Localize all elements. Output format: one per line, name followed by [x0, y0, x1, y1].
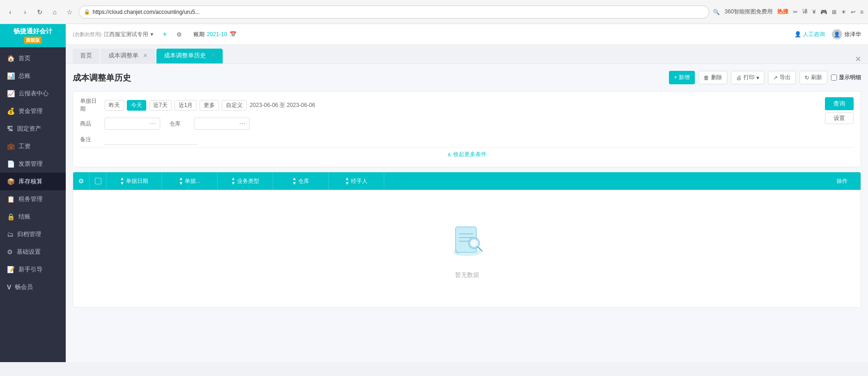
sidebar-item-label: 畅会员	[15, 283, 33, 291]
new-button[interactable]: + 新增	[669, 71, 695, 84]
warehouse-select[interactable]: ···	[194, 118, 250, 130]
page-title-bar: 成本调整单历史 + 新增 🗑 删除 🖨 打印 ▾ ↗ 导出	[73, 71, 861, 84]
display-toggle-label: 显示明细	[839, 74, 861, 81]
avatar-icon: 👤	[832, 29, 842, 39]
tab-cost-adjust-history[interactable]: 成本调整单历史 ✕	[156, 49, 223, 63]
sidebar-item-label: 结账	[19, 213, 31, 221]
header-right: 👤 人工咨询 👤 徐泽华	[794, 29, 861, 39]
add-company-button[interactable]: +	[160, 30, 169, 38]
refresh-label: 刷新	[811, 74, 822, 81]
date-btn-custom[interactable]: 自定义	[222, 100, 247, 111]
sidebar-item-invoice[interactable]: 📄 发票管理	[0, 155, 66, 173]
date-col-label: 单据日期	[126, 177, 148, 185]
sidebar-item-vip[interactable]: V 畅会员	[0, 278, 66, 296]
sidebar-item-salary[interactable]: 💼 工资	[0, 138, 66, 155]
sidebar-item-archive[interactable]: 🗂 归档管理	[0, 226, 66, 243]
vip-icon: V	[7, 283, 11, 291]
browser-chrome: ‹ › ↻ ⌂ ☆ 🔒 https://cloud.chanjet.com/ac…	[0, 0, 868, 24]
svg-point-7	[470, 239, 478, 247]
sidebar-item-inventory[interactable]: 📦 库存核算	[0, 173, 66, 190]
delete-button[interactable]: 🗑 删除	[699, 71, 727, 84]
operator-sort-icon: ▲▼	[345, 176, 350, 186]
sidebar-item-tax[interactable]: 📋 税务管理	[0, 190, 66, 208]
chevron-up-icon: ∧	[447, 151, 451, 158]
query-button[interactable]: 查询	[825, 97, 854, 110]
invoice-icon: 📄	[7, 160, 15, 168]
empty-text-label: 暂无数据	[455, 271, 479, 279]
sidebar-item-home[interactable]: 🏠 首页	[0, 50, 66, 67]
sidebar-item-funds[interactable]: 💰 资金管理	[0, 102, 66, 120]
close-accounts-icon: 🔒	[7, 213, 15, 220]
table-date-header[interactable]: ▲▼ 单据日期	[106, 172, 162, 190]
setup-button[interactable]: 设置	[825, 113, 854, 124]
back-button[interactable]: ‹	[5, 6, 16, 18]
delete-label: 删除	[711, 74, 722, 81]
data-table: ⚙ ▲▼ 单据日期 ▲▼ 单据... ▲▼ 业务类型	[73, 172, 861, 307]
refresh-button[interactable]: ↻	[34, 6, 45, 18]
table-operations-header: 操作	[824, 172, 861, 190]
display-toggle[interactable]: 显示明细	[831, 74, 861, 81]
app-header: (勿删勿禁用) 江西服宝测试专用 ▾ + ⚙ 账期 2021-10 📅 👤 人工…	[66, 24, 868, 45]
date-btn-more[interactable]: 更多	[200, 100, 219, 111]
user-info[interactable]: 👤 徐泽华	[832, 29, 861, 39]
export-label: 导出	[780, 74, 791, 81]
sidebar-item-label: 税务管理	[19, 195, 43, 203]
note-input[interactable]	[105, 134, 197, 145]
page-body: 成本调整单历史 + 新增 🗑 删除 🖨 打印 ▾ ↗ 导出	[66, 64, 868, 362]
table-gear-icon: ⚙	[78, 177, 84, 185]
period-label: 账期	[194, 31, 205, 38]
sidebar-item-label: 库存核算	[19, 177, 43, 186]
refresh-button[interactable]: ↻ 刷新	[799, 71, 827, 84]
print-dropdown-icon: ▾	[756, 75, 759, 81]
sidebar-item-label: 工资	[19, 142, 31, 150]
bookmark-button[interactable]: ☆	[64, 6, 75, 18]
export-button[interactable]: ↗ 导出	[768, 71, 796, 84]
table-settings-cell[interactable]: ⚙	[73, 172, 90, 190]
address-bar[interactable]: 🔒 https://cloud.chanjet.com/accounting/u…	[79, 6, 709, 19]
service-button[interactable]: 👤 人工咨询	[794, 31, 825, 38]
date-sort-icon: ▲▼	[120, 176, 125, 186]
forward-button[interactable]: ›	[19, 6, 31, 18]
scissors-icon: ✂	[793, 9, 798, 15]
tab-cost-adjust[interactable]: 成本调整单 ✕	[101, 49, 155, 63]
date-btn-1month[interactable]: 近1月	[175, 100, 197, 111]
date-btn-7days[interactable]: 近7天	[149, 100, 172, 111]
goods-select[interactable]: ···	[105, 118, 160, 130]
table-biztype-header[interactable]: ▲▼ 业务类型	[218, 172, 273, 190]
assets-icon: 🏗	[7, 125, 13, 132]
undo-icon: ↩	[851, 9, 856, 15]
settings-gear-icon[interactable]: ⚙	[176, 31, 182, 38]
company-selector[interactable]: (勿删勿禁用) 江西服宝测试专用 ▾	[73, 31, 153, 38]
warehouse-sort-icon: ▲▼	[292, 176, 297, 186]
print-button[interactable]: 🖨 打印 ▾	[731, 71, 764, 84]
date-btn-today[interactable]: 今天	[127, 100, 146, 111]
select-all-checkbox[interactable]	[95, 178, 101, 184]
empty-illustration	[444, 218, 490, 264]
tab-home[interactable]: 首页	[73, 49, 100, 63]
ssl-icon: 🔒	[84, 9, 90, 15]
sidebar-item-ledger[interactable]: 📊 总账	[0, 67, 66, 85]
search-label: 360智能抠图免费用	[724, 8, 773, 16]
table-docnum-header[interactable]: ▲▼ 单据...	[162, 172, 218, 190]
display-toggle-checkbox[interactable]	[831, 75, 837, 81]
sidebar-item-assets[interactable]: 🏗 固定资产	[0, 120, 66, 138]
tab-close-all-button[interactable]: ✕	[855, 55, 861, 63]
sidebar-item-reports[interactable]: 📈 云报表中心	[0, 85, 66, 102]
sidebar-item-guide[interactable]: 📝 新手引导	[0, 261, 66, 278]
home-button[interactable]: ⌂	[49, 6, 60, 18]
table-warehouse-header[interactable]: ▲▼ 仓库	[273, 172, 329, 190]
sidebar-item-settings[interactable]: ⚙ 基础设置	[0, 243, 66, 261]
tab-cost-adjust-close[interactable]: ✕	[143, 52, 148, 59]
operations-col-label: 操作	[837, 177, 848, 185]
tab-cost-adjust-history-close[interactable]: ✕	[211, 52, 215, 59]
filter-notes-row: 备注	[80, 134, 818, 145]
date-btn-yesterday[interactable]: 昨天	[105, 100, 124, 111]
goods-dots: ···	[150, 120, 156, 127]
tax-icon: 📋	[7, 195, 15, 203]
ledger-icon: 📊	[7, 72, 15, 80]
table-operator-header[interactable]: ▲▼ 经手人	[329, 172, 384, 190]
sidebar-item-close-accounts[interactable]: 🔒 结账	[0, 208, 66, 226]
table-checkbox-cell[interactable]	[90, 172, 106, 190]
period-selector[interactable]: 账期 2021-10 📅	[194, 31, 237, 38]
collapse-button[interactable]: ∧ 收起更多条件	[80, 148, 854, 161]
